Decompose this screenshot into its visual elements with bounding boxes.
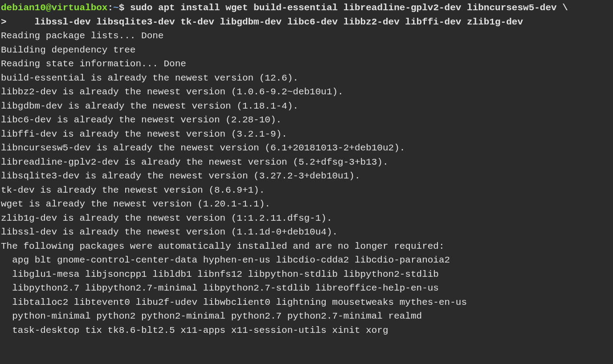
output-pkg-0: build-essential is already the newest ve… (1, 73, 298, 83)
prompt-dollar: $ (119, 3, 130, 13)
output-pkg-4: libffi-dev is already the newest version… (1, 129, 287, 139)
output-reading-lists: Reading package lists... Done (1, 31, 163, 41)
terminal-output[interactable]: debian10@virtualbox:~$ sudo apt install … (1, 3, 568, 336)
output-pkg-7: libsqlite3-dev is already the newest ver… (1, 171, 360, 181)
output-pkg-3: libc6-dev is already the newest version … (1, 115, 282, 125)
prompt-path: ~ (113, 3, 119, 13)
command-line-1: sudo apt install wget build-essential li… (130, 3, 568, 13)
output-building-tree: Building dependency tree (1, 45, 135, 55)
output-pkg-9: wget is already the newest version (1.20… (1, 199, 270, 209)
output-auto-pkgs-2: libpython2.7 libpython2.7-minimal libpyt… (1, 283, 439, 293)
output-pkg-5: libncursesw5-dev is already the newest v… (1, 143, 405, 153)
prompt-colon: : (107, 3, 113, 13)
output-pkg-6: libreadline-gplv2-dev is already the new… (1, 157, 388, 167)
output-pkg-8: tk-dev is already the newest version (8.… (1, 185, 265, 195)
output-reading-state: Reading state information... Done (1, 59, 186, 69)
prompt-at: @ (46, 3, 52, 13)
output-pkg-2: libgdbm-dev is already the newest versio… (1, 101, 298, 111)
output-auto-pkgs-0: apg blt gnome-control-center-data hyphen… (1, 255, 450, 265)
output-auto-pkgs-3: libtalloc2 libtevent0 libu2f-udev libwbc… (1, 297, 467, 307)
command-line-2: > libssl-dev libsqlite3-dev tk-dev libgd… (1, 17, 523, 27)
output-pkg-11: libssl-dev is already the newest version… (1, 227, 338, 237)
output-auto-installed: The following packages were automaticall… (1, 241, 445, 251)
prompt-user: debian10 (1, 3, 46, 13)
output-pkg-10: zlib1g-dev is already the newest version… (1, 213, 332, 223)
prompt-host: virtualbox (51, 3, 107, 13)
output-auto-pkgs-1: libglu1-mesa libjsoncpp1 libldb1 libnfs1… (1, 269, 439, 279)
output-auto-pkgs-5: task-desktop tix tk8.6-blt2.5 x11-apps x… (1, 325, 388, 336)
output-auto-pkgs-4: python-minimal python2 python2-minimal p… (1, 311, 422, 321)
output-pkg-1: libbz2-dev is already the newest version… (1, 87, 343, 97)
